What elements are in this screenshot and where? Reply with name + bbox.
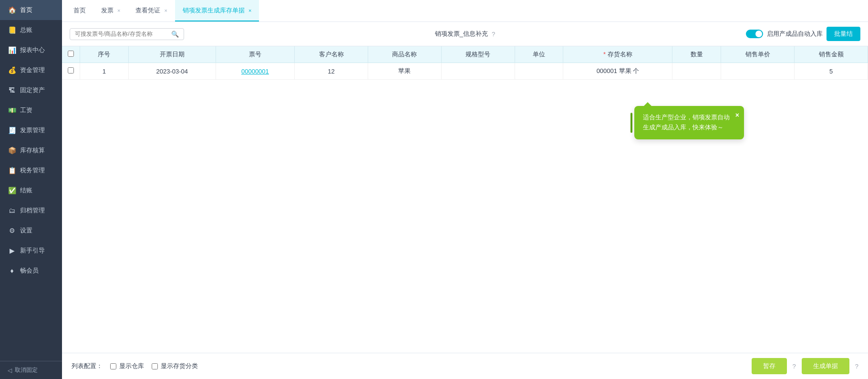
save-button[interactable]: 暂存 [752, 358, 787, 374]
sidebar-label-report: 报表中心 [20, 46, 45, 54]
tab-voucher-label: 查看凭证 [135, 6, 160, 15]
generate-button[interactable]: 生成单据 [802, 358, 849, 374]
ledger-icon: 📒 [8, 26, 16, 34]
sidebar-item-inventory[interactable]: 📦 库存核算 [0, 140, 62, 160]
tooltip-bar [630, 113, 632, 133]
toggle-label: 启用产成品自动入库 [767, 30, 823, 38]
save-help-icon[interactable]: ? [793, 363, 796, 370]
settings-icon: ⚙ [8, 226, 16, 235]
th-spec: 规格型号 [441, 46, 515, 63]
tab-inventory-doc-close[interactable]: × [248, 8, 251, 13]
th-product: 商品名称 [368, 46, 441, 63]
sidebar-label-guide: 新手引导 [20, 246, 45, 255]
tab-voucher[interactable]: 查看凭证 × [128, 0, 175, 21]
auto-warehouse-toggle[interactable] [746, 30, 763, 38]
sidebar-item-salary[interactable]: 💵 工资 [0, 100, 62, 120]
sidebar-label-tax: 税务管理 [20, 166, 45, 175]
th-seq: 序号 [80, 46, 129, 63]
cell-ticket-no[interactable]: 00000001 [216, 63, 294, 80]
tab-bar: 首页 发票 × 查看凭证 × 销项发票生成库存单据 × [62, 0, 868, 22]
batch-button[interactable]: 批量结 [827, 27, 860, 41]
tab-voucher-close[interactable]: × [164, 8, 167, 13]
row-checkbox[interactable] [68, 67, 74, 74]
show-warehouse-group: 显示仓库 [110, 362, 144, 370]
undo-pin-label: 取消固定 [15, 366, 38, 374]
sidebar-label-capital: 资金管理 [20, 66, 45, 74]
info-label: 销项发票_信息补充 [435, 30, 488, 38]
search-icon: 🔍 [171, 31, 179, 38]
th-qty: 数量 [672, 46, 721, 63]
search-input[interactable] [75, 31, 171, 37]
tab-invoice-label: 发票 [101, 6, 114, 15]
tooltip-close-button[interactable]: × [735, 110, 739, 120]
cell-unit [515, 63, 563, 80]
tooltip-text: 适合生产型企业，销项发票自动生成产成品入库，快来体验～ [643, 114, 730, 131]
toolbar-right: 启用产成品自动入库 批量结 [746, 27, 860, 41]
tax-icon: 📋 [8, 166, 16, 175]
tooltip-popup: × 适合生产型企业，销项发票自动生成产成品入库，快来体验～ [634, 106, 744, 139]
cell-amount: 5 [795, 63, 868, 80]
footer-right: 暂存 ? 生成单据 ? [752, 358, 858, 374]
archive-icon: 🗂 [8, 206, 16, 215]
toolbar-center: 销项发票_信息补充 ? [435, 30, 495, 38]
inventory-icon: 📦 [8, 146, 16, 155]
guide-icon: ▶ [8, 246, 16, 255]
cell-qty [672, 63, 721, 80]
th-amount: 销售金额 [795, 46, 868, 63]
sidebar-label-invoice: 发票管理 [20, 126, 45, 135]
generate-help-icon[interactable]: ? [855, 363, 858, 370]
sidebar-label-settings: 设置 [20, 226, 32, 235]
sidebar-item-assets[interactable]: 🏗 固定资产 [0, 80, 62, 100]
sidebar-item-settings[interactable]: ⚙ 设置 [0, 221, 62, 241]
sidebar-item-tax[interactable]: 📋 税务管理 [0, 160, 62, 180]
sidebar-label-member: 畅会员 [20, 266, 39, 275]
cell-product: 苹果 [368, 63, 441, 80]
cell-spec [441, 63, 515, 80]
content-area: 🔍 销项发票_信息补充 ? 启用产成品自动入库 批量结 [62, 22, 868, 379]
sidebar-item-closing[interactable]: ✅ 结账 [0, 180, 62, 200]
table-header-row: 序号 开票日期 票号 客户名称 商品名称 规格型号 单位 存货名称 数量 销售单… [62, 46, 868, 63]
th-date: 开票日期 [128, 46, 216, 63]
cell-customer: 12 [295, 63, 368, 80]
sidebar-label-archive: 归档管理 [20, 206, 45, 215]
th-checkbox [62, 46, 80, 63]
show-category-checkbox[interactable] [152, 363, 158, 369]
report-icon: 📊 [8, 46, 16, 54]
tab-invoice[interactable]: 发票 × [93, 0, 128, 21]
cell-unit-price [721, 63, 795, 80]
toolbar-left: 🔍 [70, 28, 184, 40]
sidebar-label-inventory: 库存核算 [20, 146, 45, 155]
th-ticket-no: 票号 [216, 46, 294, 63]
invoice-icon: 🧾 [8, 126, 16, 135]
sidebar-item-capital[interactable]: 💰 资金管理 [0, 60, 62, 80]
sidebar-item-report[interactable]: 📊 报表中心 [0, 40, 62, 60]
sidebar-label-closing: 结账 [20, 186, 32, 195]
assets-icon: 🏗 [8, 86, 16, 95]
sidebar-item-ledger[interactable]: 📒 总账 [0, 20, 62, 40]
tab-invoice-close[interactable]: × [117, 8, 120, 13]
undo-pin-button[interactable]: ◁ 取消固定 [0, 361, 62, 379]
footer-left: 列表配置： 显示仓库 显示存货分类 [72, 362, 198, 370]
tab-inventory-doc[interactable]: 销项发票生成库存单据 × [175, 0, 259, 21]
select-all-checkbox[interactable] [68, 51, 74, 57]
sidebar-item-guide[interactable]: ▶ 新手引导 [0, 241, 62, 261]
show-warehouse-checkbox[interactable] [110, 363, 116, 369]
config-label: 列表配置： [72, 362, 103, 370]
tab-home[interactable]: 首页 [66, 0, 93, 21]
show-category-group: 显示存货分类 [152, 362, 198, 370]
sidebar-item-invoice[interactable]: 🧾 发票管理 [0, 120, 62, 140]
tab-inventory-doc-label: 销项发票生成库存单据 [183, 6, 245, 15]
sidebar-label-salary: 工资 [20, 106, 32, 115]
sidebar-item-member[interactable]: ♦ 畅会员 [0, 261, 62, 281]
home-icon: 🏠 [8, 6, 16, 14]
toolbar: 🔍 销项发票_信息补充 ? 启用产成品自动入库 批量结 [62, 22, 868, 46]
sidebar-item-home[interactable]: 🏠 首页 [0, 0, 62, 20]
info-help-icon[interactable]: ? [492, 31, 495, 38]
sidebar-item-archive[interactable]: 🗂 归档管理 [0, 200, 62, 221]
salary-icon: 💵 [8, 106, 16, 115]
table-wrapper: 序号 开票日期 票号 客户名称 商品名称 规格型号 单位 存货名称 数量 销售单… [62, 46, 868, 353]
th-unit-price: 销售单价 [721, 46, 795, 63]
search-box[interactable]: 🔍 [70, 28, 184, 40]
table-row: 1 2023-03-04 00000001 12 苹果 000001 苹果 个 … [62, 63, 868, 80]
sidebar-label-ledger: 总账 [20, 26, 32, 34]
